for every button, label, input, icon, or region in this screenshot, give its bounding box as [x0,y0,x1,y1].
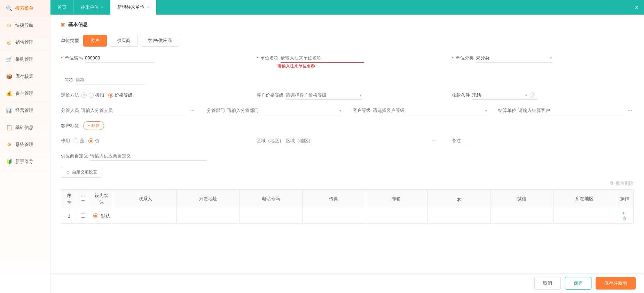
cell-ops: + 🗑 [616,208,633,224]
select-all-checkbox[interactable] [81,196,85,201]
payment-terms-input[interactable] [472,91,537,100]
payment-terms-select[interactable]: ▼ [472,91,528,100]
tab-partner-list[interactable]: 往来单位 × [74,0,110,15]
short-name-input[interactable] [76,75,145,84]
supplier-custom-input[interactable] [90,152,207,161]
fax-input[interactable] [306,213,361,219]
save-new-button[interactable]: 保存并新增 [596,277,636,290]
remark-input[interactable] [463,136,634,145]
unit-code-input[interactable] [85,54,155,63]
cell-qq [428,208,490,224]
sidebar-item-system[interactable]: ⚙ 系统管理 [0,136,50,153]
save-button[interactable]: 保存 [565,277,591,290]
tab-new-partner-label: 新增往来单位 [117,4,144,10]
customer-level-label: 客户等级 [353,107,371,114]
unit-category-input[interactable] [476,54,552,63]
tab-partner-list-close[interactable]: × [101,5,103,9]
customer-level-select[interactable]: ▼ [373,106,488,115]
batch-delete-label[interactable]: 批量删除 [615,181,634,186]
cancel-button[interactable]: 取消 [534,277,561,290]
add-row-btn[interactable]: + [622,211,625,216]
col-wechat: 微信 [490,190,553,208]
sidebar-item-purchase[interactable]: 🛒 采购管理 [0,51,50,68]
gear-icon: ⚙ [66,170,70,175]
settlement-input[interactable] [518,106,624,115]
dept-select[interactable]: ▼ [227,106,342,115]
unit-name-input[interactable] [281,54,364,63]
col-email: 邮箱 [365,190,427,208]
type-btn-both[interactable]: 客户/供应商 [141,35,179,47]
customer-price-field: 客户价格等级 ▼ [257,91,438,100]
col-phone: 电话号码 [239,190,302,208]
short-name-field: 简称 [61,75,247,84]
sidebar-item-search[interactable]: 🔍 搜索菜单 [0,0,50,17]
row-checkbox[interactable] [81,213,85,218]
area-more-btn[interactable]: ··· [431,138,438,144]
radio-discount-label: 折扣 [95,92,104,98]
contact-table: 序号 设为默认 联系人 到货地址 电话号码 传真 邮箱 qq 微信 所在地区 [61,189,634,224]
radio-price-level[interactable]: 价格等级 [108,92,133,98]
radio-default[interactable]: 默认 [93,213,110,219]
wechat-input[interactable] [494,213,549,219]
type-btn-supplier[interactable]: 供应商 [110,35,138,47]
manager-more-btn[interactable]: ··· [189,107,196,114]
sidebar-item-sales[interactable]: ◎ 销售管理 [0,34,50,51]
sidebar-label-search: 搜索菜单 [15,5,33,11]
customer-price-select[interactable]: ▼ [286,91,362,100]
sidebar-item-guide[interactable]: 🔰 新手引导 [0,153,50,170]
unit-name-label: 单位名称 [260,55,278,61]
tab-close-all-button[interactable]: × [629,4,644,11]
sidebar-item-quicknav[interactable]: ⊙ 快捷导航 [0,17,50,34]
add-tag-button[interactable]: + 标签 [83,121,104,130]
radio-disable-yes[interactable]: 是 [73,138,84,144]
unit-category-select[interactable]: ▼ [476,54,552,63]
area-label: 区域（地区） [257,138,284,144]
qq-input[interactable] [431,213,487,219]
sidebar-label-operations: 经营管理 [15,107,33,114]
manager-input[interactable] [81,106,187,115]
table-section: ⚙ 自定义项设置 🗑 批量删除 序号 设为默认 [61,167,634,224]
sidebar-item-finance[interactable]: 💰 资金管理 [0,85,50,102]
region-input[interactable] [557,213,612,219]
address-input[interactable] [180,213,236,219]
sidebar-item-inventory[interactable]: 📦 库存核算 [0,68,50,85]
cell-address [177,208,239,224]
tab-new-partner[interactable]: 新增往来单位 × [110,0,156,15]
row-customer-tag: 客户标签 + 标签 [61,121,634,130]
radio-discount-circle [89,93,94,98]
custom-settings-button[interactable]: ⚙ 自定义项设置 [61,167,102,178]
sidebar-item-basic[interactable]: 📋 基础信息 [0,119,50,136]
radio-discount[interactable]: 折扣 [89,92,104,98]
area-input[interactable] [286,136,429,145]
settlement-more-btn[interactable]: ··· [626,107,634,114]
type-btn-customer[interactable]: 客户 [83,35,107,47]
radio-price-level-circle [108,93,113,98]
sidebar-label-inventory: 库存核算 [15,73,33,80]
customer-level-input[interactable] [373,106,488,115]
sidebar-label-system: 系统管理 [15,141,33,148]
unit-code-label: 单位编码 [65,55,83,61]
unit-name-field: * 单位名称 请输入往来单位名称 [257,54,438,69]
dept-field: 分管部门 ▼ [207,106,342,115]
phone-input[interactable] [243,213,298,219]
tab-home[interactable]: 首页 [50,0,74,15]
customer-price-input[interactable] [286,91,362,100]
row-disable-area-remark: 停用 是 否 [61,136,634,145]
delete-row-btn[interactable]: 🗑 [622,216,627,221]
tab-new-partner-close[interactable]: × [147,5,149,9]
sidebar-item-operations[interactable]: 📊 经营管理 [0,102,50,119]
sidebar-label-basic: 基础信息 [15,124,33,131]
sidebar-label-finance: 资金管理 [15,90,33,97]
dept-input[interactable] [227,106,342,115]
radio-disable-no[interactable]: 否 [88,138,99,144]
email-input[interactable] [369,213,424,219]
pricing-method-field: 定价方法 ? 折扣 价格等级 [61,92,243,98]
remark-field: 备注 [452,136,634,145]
unit-code-required: * [61,56,63,61]
payment-terms-label: 收款条件 [452,92,470,98]
col-action: 操作 [616,190,633,208]
row-code-name-category: * 单位编码 * 单位名称 请输入往来单位名称 [61,54,634,69]
tab-home-label: 首页 [57,4,66,10]
contact-input[interactable] [118,213,173,219]
pricing-method-help-icon[interactable]: ? [81,92,87,98]
